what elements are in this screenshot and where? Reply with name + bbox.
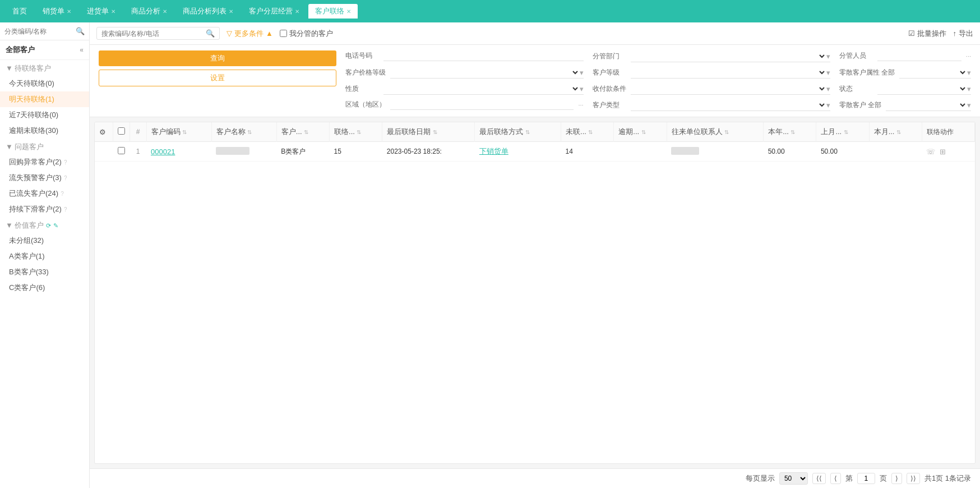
next-page-btn[interactable]: ⟩ [891, 473, 902, 484]
sort-icon: ⇅ [304, 129, 308, 135]
th-this-year[interactable]: 本年... ⇅ [764, 122, 816, 142]
sidebar-item-tomorrow-contact[interactable]: 明天待联络(1) [0, 91, 89, 107]
row-code[interactable]: 000021 [146, 142, 211, 162]
sort-icon: ⇅ [247, 129, 252, 135]
sidebar-item-type-b[interactable]: B类客户(33) [0, 264, 89, 280]
filter-dept-select[interactable] [631, 52, 826, 61]
sort-icon: ⇅ [641, 129, 646, 135]
search-bar: 🔍 ▽ 更多条件 ▲ 我分管的客户 ☑ 批量操作 ↑ 导出 [90, 22, 980, 45]
filter-person: 分管人员 ··· [839, 50, 971, 61]
first-page-btn[interactable]: ⟨⟨ [812, 473, 826, 484]
chevron-down-icon: ▾ [967, 101, 971, 109]
contact-action-icon[interactable]: ☏ [926, 148, 935, 156]
row-checkbox-cell[interactable] [113, 142, 130, 162]
sidebar-item-type-c[interactable]: C类客户(6) [0, 280, 89, 296]
th-settings[interactable]: ⚙ [95, 122, 113, 142]
th-name[interactable]: 客户名称 ⇅ [211, 122, 276, 142]
filter-price-level-select[interactable] [390, 68, 579, 77]
sidebar-item-repurchase-anomaly[interactable]: 回购异常客户(2) ? [0, 154, 89, 170]
close-icon[interactable]: ✕ [111, 8, 115, 15]
more-icon[interactable]: ··· [578, 102, 583, 108]
settings-button[interactable]: 设置 [99, 70, 336, 86]
th-contact[interactable]: 联络... ⇅ [330, 122, 382, 142]
th-uncontacted[interactable]: 未联... ⇅ [561, 122, 614, 142]
page-input[interactable] [857, 473, 875, 484]
search-input-wrap: 🔍 [96, 27, 220, 40]
row-action[interactable]: ☏ ⊞ [922, 142, 974, 162]
row-last-contact-method[interactable]: 下销货单 [475, 142, 561, 162]
more-action-icon[interactable]: ⊞ [940, 148, 946, 156]
refresh-icon[interactable]: ⟳ [46, 222, 51, 229]
filter-retail-customer-select[interactable] [886, 100, 967, 109]
help-icon[interactable]: ? [61, 191, 64, 197]
sidebar-search-input[interactable] [4, 27, 73, 35]
th-this-month[interactable]: 本月... ⇅ [869, 122, 922, 142]
nav-home[interactable]: 首页 [6, 4, 34, 19]
filter-retail-attr-select[interactable] [899, 68, 967, 77]
more-icon[interactable]: ··· [966, 53, 971, 59]
close-icon[interactable]: ✕ [67, 8, 71, 15]
th-unit-contact[interactable]: 往来单位联系人 ⇅ [667, 122, 764, 142]
per-page-select[interactable]: 50 100 200 [779, 472, 808, 485]
help-icon[interactable]: ? [64, 159, 67, 165]
batch-op-btn[interactable]: ☑ 批量操作 [908, 29, 946, 39]
search-input[interactable] [101, 30, 202, 38]
my-customers-check[interactable] [280, 30, 287, 37]
close-icon[interactable]: ✕ [295, 8, 299, 15]
sidebar-item-ungrouped[interactable]: 未分组(32) [0, 233, 89, 248]
gear-icon[interactable]: ⚙ [99, 128, 106, 136]
sidebar-item-churn-warning[interactable]: 流失预警客户(3) ? [0, 170, 89, 186]
sidebar-all-customers[interactable]: 全部客户 « [0, 40, 89, 60]
query-button[interactable]: 查询 [99, 50, 336, 66]
filter-customer-type-select[interactable] [631, 100, 826, 109]
help-icon[interactable]: ? [64, 206, 67, 213]
help-icon[interactable]: ? [64, 175, 67, 181]
more-filter-btn[interactable]: ▽ 更多条件 ▲ [226, 29, 273, 39]
nav-purchase-order[interactable]: 进货单 ✕ [80, 4, 122, 19]
select-all-checkbox[interactable] [118, 127, 125, 135]
filter-status-select[interactable] [877, 84, 967, 93]
nav-customer-contact[interactable]: 客户联络 ✕ [308, 4, 358, 19]
th-overdue[interactable]: 逾期... ⇅ [614, 122, 667, 142]
filter-icon: ▽ [226, 29, 232, 38]
prev-page-btn[interactable]: ⟨ [830, 473, 841, 484]
sidebar-item-type-a[interactable]: A类客户(1) [0, 248, 89, 264]
filter-person-input[interactable] [877, 50, 961, 61]
nav-customer-layers[interactable]: 客户分层经营 ✕ [242, 4, 306, 19]
close-icon[interactable]: ✕ [163, 8, 167, 15]
filter-nature-select[interactable] [383, 84, 579, 93]
th-last-contact-date[interactable]: 最后联络日期 ⇅ [382, 122, 475, 142]
sidebar-item-churned[interactable]: 已流失客户(24) ? [0, 186, 89, 201]
sidebar-item-declining[interactable]: 持续下滑客户(2) ? [0, 201, 89, 217]
sidebar-item-7days-contact[interactable]: 近7天待联络(0) [0, 107, 89, 123]
sort-icon: ⇅ [182, 129, 187, 135]
filter-payment-select[interactable] [631, 84, 826, 93]
chevron-down-icon: ▾ [826, 85, 830, 93]
top-nav: 首页 销货单 ✕ 进货单 ✕ 商品分析 ✕ 商品分析列表 ✕ 客户分层经营 ✕ … [0, 0, 980, 22]
th-last-month[interactable]: 上月... ⇅ [816, 122, 869, 142]
th-type[interactable]: 客户... ⇅ [276, 122, 329, 142]
close-icon[interactable]: ✕ [229, 8, 233, 15]
row-name[interactable] [211, 142, 276, 162]
row-checkbox[interactable] [118, 147, 125, 154]
nav-product-analysis[interactable]: 商品分析 ✕ [124, 4, 174, 19]
filter-region-input[interactable] [390, 99, 574, 110]
search-icon[interactable]: 🔍 [206, 29, 215, 38]
row-this-year: 50.00 [764, 142, 816, 162]
filter-phone-input[interactable] [383, 50, 583, 61]
nav-sales-order[interactable]: 销货单 ✕ [36, 4, 78, 19]
filter-customer-level-select[interactable] [631, 68, 826, 77]
chevron-down-icon: ▾ [826, 52, 830, 61]
sidebar-item-overdue-contact[interactable]: 逾期未联络(30) [0, 123, 89, 139]
th-last-contact-method[interactable]: 最后联络方式 ⇅ [475, 122, 561, 142]
nav-product-analysis-list[interactable]: 商品分析列表 ✕ [176, 4, 240, 19]
th-code[interactable]: 客户编码 ⇅ [146, 122, 211, 142]
last-page-btn[interactable]: ⟩⟩ [907, 473, 920, 484]
edit-icon[interactable]: ✎ [53, 222, 58, 229]
export-btn[interactable]: ↑ 导出 [953, 29, 974, 39]
sidebar-search-icon[interactable]: 🔍 [76, 27, 85, 35]
my-customers-checkbox[interactable]: 我分管的客户 [280, 29, 333, 39]
close-icon[interactable]: ✕ [346, 8, 351, 15]
sidebar-item-today-contact[interactable]: 今天待联络(0) [0, 76, 89, 91]
filter-retail-attr: 零散客户属性 全部 ▾ [839, 67, 971, 79]
